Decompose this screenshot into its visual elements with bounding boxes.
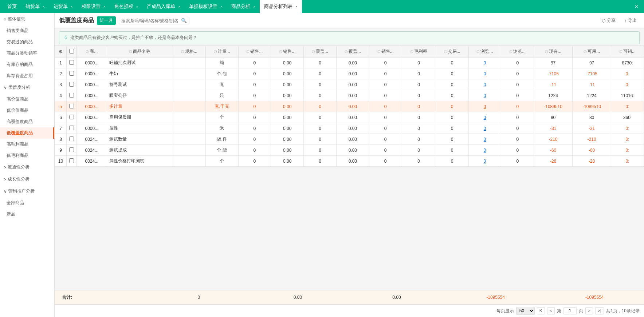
row-browse1[interactable]: 0 (468, 134, 501, 145)
row-browse1[interactable]: 0 (468, 123, 501, 134)
col-sales3[interactable]: ⬡销售... (369, 46, 402, 58)
nav-roles[interactable]: 角色授权 × (110, 0, 143, 13)
nav-template-close[interactable]: × (220, 5, 223, 9)
row-checkbox[interactable] (67, 79, 77, 90)
sidebar-item-low-coverage[interactable]: 低覆盖度商品 (0, 127, 54, 139)
row-checkbox[interactable] (67, 123, 77, 134)
search-input[interactable] (121, 18, 180, 23)
sidebar-item-low-value[interactable]: 低价值商品 (0, 105, 54, 116)
sidebar-item-high-coverage[interactable]: 高覆盖度商品 (0, 116, 54, 127)
per-page-select[interactable]: 50 20 100 (516, 307, 535, 315)
period-button[interactable]: 近一月 (97, 16, 116, 25)
sidebar-section-marketing[interactable]: ∨ 营销推广分析 (0, 185, 54, 197)
row-cover2: 0.00 (336, 123, 369, 134)
prev-page-button[interactable]: < (547, 307, 555, 314)
sidebar-item-all-goods[interactable]: 全部商品 (0, 197, 54, 209)
col-available[interactable]: ⬡可用... (573, 46, 611, 58)
sidebar-section-overall[interactable]: « 整体信息 (0, 13, 54, 25)
data-table-container[interactable]: ⚙ ⬡商... ⬡商品名称 ⬡规格... (55, 45, 644, 290)
col-sales1[interactable]: ⬡销售... (238, 46, 271, 58)
col-sales2[interactable]: ⬡销售... (271, 46, 304, 58)
row-browse1[interactable]: 0 (468, 156, 501, 167)
share-button[interactable]: ⬡ 分享 (599, 16, 619, 25)
page-number-input[interactable] (564, 307, 577, 314)
nav-template-settings[interactable]: 单据模板设置 × (185, 0, 227, 13)
sidebar-item-sales-goods[interactable]: 销售类商品 (0, 25, 54, 36)
col-trade[interactable]: ⬡交易... (436, 46, 468, 58)
col-browse2[interactable]: ⬡浏览... (501, 46, 534, 58)
nav-sales-close[interactable]: × (43, 5, 45, 9)
row-margin: 0 (402, 79, 436, 90)
row-checkbox[interactable] (67, 58, 77, 68)
row-browse1[interactable]: 0 (468, 79, 501, 90)
row-sales3: 0 (369, 101, 402, 112)
window-close-button[interactable]: × (632, 3, 641, 10)
first-page-button[interactable]: K (537, 307, 545, 314)
nav-permissions-close[interactable]: × (103, 5, 106, 9)
col-margin[interactable]: ⬡毛利率 (402, 46, 436, 58)
row-checkbox[interactable] (67, 145, 77, 156)
next-page-button[interactable]: > (585, 307, 593, 314)
nav-permissions[interactable]: 权限设置 × (77, 0, 110, 13)
last-page-button[interactable]: >| (595, 307, 604, 314)
row-browse1[interactable]: 0 (468, 145, 501, 156)
nav-finished-goods[interactable]: 产成品入库单 × (142, 0, 185, 13)
table-row: 2 0000... 牛奶 个,包 0 0.00 0 0.00 0 0 0 0 0… (55, 68, 644, 79)
row-checkbox[interactable] (67, 156, 77, 167)
row-sales3: 0 (369, 68, 402, 79)
col-spec[interactable]: ⬡规格... (173, 46, 205, 58)
sidebar-item-inventory-capital[interactable]: 库存资金占用 (0, 70, 54, 82)
col-current[interactable]: ⬡现有... (534, 46, 573, 58)
row-checkbox[interactable] (67, 134, 77, 145)
nav-list-close[interactable]: × (295, 5, 298, 9)
col-cover1[interactable]: ⬡覆盖... (304, 46, 337, 58)
nav-product-analysis-list[interactable]: 商品分析列表 × (260, 0, 302, 13)
row-checkbox[interactable] (67, 90, 77, 101)
nav-product-analysis-close[interactable]: × (253, 5, 255, 9)
row-current: -210 (534, 134, 573, 145)
row-checkbox[interactable] (67, 68, 77, 79)
nav-roles-close[interactable]: × (136, 5, 138, 9)
col-code[interactable]: ⬡商... (77, 46, 107, 58)
col-unit[interactable]: ⬡计量... (205, 46, 238, 58)
sidebar-item-traded-goods[interactable]: 交易过的商品 (0, 36, 54, 48)
settings-icon[interactable]: ⚙ (59, 49, 63, 54)
row-sales2: 0.00 (271, 79, 304, 90)
col-browse1[interactable]: ⬡浏览... (468, 46, 501, 58)
row-browse1[interactable]: 0 (468, 90, 501, 101)
row-available: 1224 (573, 90, 611, 101)
col-name[interactable]: ⬡商品名称 (107, 46, 173, 58)
sidebar-section-circulation[interactable]: > 流通性分析 (0, 161, 54, 173)
row-spec (173, 101, 205, 112)
sidebar-item-high-value[interactable]: 高价值商品 (0, 94, 54, 105)
nav-home[interactable]: 首页 (3, 0, 21, 13)
nav-purchase[interactable]: 进货单 × (49, 0, 77, 13)
row-sellable: 11016: (611, 90, 644, 101)
nav-finished-goods-close[interactable]: × (178, 5, 180, 9)
row-browse2: 0 (501, 112, 534, 123)
sidebar-item-high-margin[interactable]: 高毛利商品 (0, 139, 54, 150)
col-checkbox[interactable] (67, 46, 77, 58)
export-button[interactable]: ↑ 导出 (621, 16, 640, 25)
row-browse1[interactable]: 0 (468, 68, 501, 79)
select-all-checkbox[interactable] (69, 49, 74, 54)
sidebar-section-growth[interactable]: > 成长性分析 (0, 173, 54, 185)
row-checkbox[interactable] (67, 112, 77, 123)
nav-product-analysis[interactable]: 商品分析 × (227, 0, 260, 13)
row-browse1[interactable]: 0 (468, 58, 501, 68)
info-icon: ☆ (64, 35, 68, 40)
row-browse1[interactable]: 0 (468, 101, 501, 112)
sidebar-item-low-margin[interactable]: 低毛利商品 (0, 150, 54, 161)
sidebar-item-category-rate[interactable]: 商品分类动销率 (0, 48, 54, 59)
row-checkbox[interactable] (67, 101, 77, 112)
col-sellable[interactable]: ⬡可销... (611, 46, 644, 58)
col-settings[interactable]: ⚙ (55, 46, 67, 58)
sidebar-item-stocked-goods[interactable]: 有库存的商品 (0, 59, 54, 70)
sidebar-section-group[interactable]: ∨ 类群度分析 (0, 82, 54, 94)
nav-purchase-close[interactable]: × (71, 5, 73, 9)
row-sales3: 0 (369, 156, 402, 167)
nav-sales[interactable]: 销货单 × (21, 0, 49, 13)
col-cover2[interactable]: ⬡覆盖... (336, 46, 369, 58)
row-browse1[interactable]: 0 (468, 112, 501, 123)
sidebar-item-new-goods[interactable]: 新品 (0, 209, 54, 220)
